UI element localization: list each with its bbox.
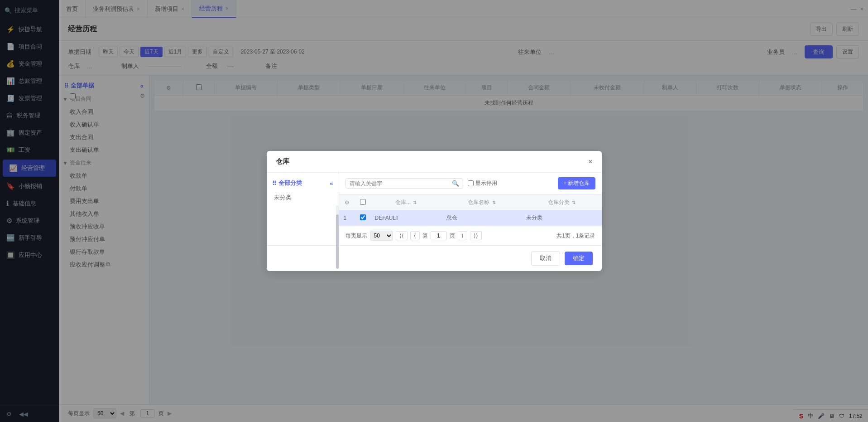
show-disabled-label: 显示停用 bbox=[468, 179, 497, 187]
row-category: 未分类 bbox=[522, 210, 601, 226]
confirm-button[interactable]: 确定 bbox=[565, 252, 593, 265]
modal-left-panel: ⠿ 全部分类 « 未分类 bbox=[267, 173, 339, 245]
modal-select-all[interactable] bbox=[360, 199, 366, 205]
modal-per-page-select[interactable]: 50 100 bbox=[370, 231, 393, 241]
modal-left-scrollbar-track[interactable] bbox=[336, 205, 339, 242]
modal-page-number-label: 算 bbox=[422, 232, 428, 240]
modal-pagination-summary: 共1页，1条记录 bbox=[556, 232, 595, 240]
modal-search-input[interactable] bbox=[350, 180, 452, 187]
modal-col-name[interactable]: 仓库名称 ⇅ bbox=[442, 195, 522, 210]
modal-right-panel: 🔍 显示停用 + 新增仓库 ⚙ bbox=[339, 173, 602, 245]
show-disabled-checkbox[interactable] bbox=[468, 180, 474, 186]
row-checkbox[interactable] bbox=[360, 214, 366, 220]
sort-category-icon: ⇅ bbox=[572, 200, 575, 205]
row-checkbox-cell bbox=[355, 210, 370, 226]
modal-footer: 取消 确定 bbox=[267, 245, 602, 271]
modal-prev-page-btn[interactable]: ⟨ bbox=[410, 231, 420, 240]
sort-name-icon: ⇅ bbox=[492, 200, 496, 205]
modal-table: ⚙ 仓库... ⇅ 仓库名称 ⇅ bbox=[339, 194, 602, 226]
warehouse-modal: 仓库 × ⠿ 全部分类 « 未分类 bbox=[267, 151, 602, 271]
show-disabled-text: 显示停用 bbox=[475, 179, 497, 187]
modal-overlay: 仓库 × ⠿ 全部分类 « 未分类 bbox=[0, 0, 868, 422]
row-name: 总仓 bbox=[442, 210, 522, 226]
modal-left-collapse-icon[interactable]: « bbox=[330, 180, 333, 187]
modal-header: 仓库 × bbox=[267, 151, 602, 173]
modal-first-page-btn[interactable]: ⟨⟨ bbox=[396, 231, 408, 240]
modal-page-input[interactable] bbox=[431, 231, 447, 240]
modal-category-label: 未分类 bbox=[274, 194, 292, 201]
modal-pagination: 每页显示 50 100 ⟨⟨ ⟨ 算 页 ⟩ ⟩⟩ 共1页，1条记录 bbox=[339, 226, 602, 245]
sort-code-icon: ⇅ bbox=[413, 200, 417, 205]
row-code: DEFAULT bbox=[370, 210, 442, 226]
modal-per-page-label: 每页显示 bbox=[345, 232, 367, 240]
modal-page-label: 页 bbox=[450, 232, 455, 240]
modal-col-checkbox bbox=[355, 195, 370, 210]
modal-search-wrap: 🔍 bbox=[345, 178, 463, 189]
modal-next-page-btn[interactable]: ⟩ bbox=[458, 231, 467, 240]
modal-col-code[interactable]: 仓库... ⇅ bbox=[370, 195, 442, 210]
modal-last-page-btn[interactable]: ⟩⟩ bbox=[470, 231, 482, 240]
row-index: 1 bbox=[339, 210, 355, 226]
modal-left-title: 全部分类 bbox=[278, 179, 302, 187]
modal-title: 仓库 bbox=[276, 157, 289, 166]
cancel-button[interactable]: 取消 bbox=[531, 251, 560, 266]
modal-col-category[interactable]: 仓库分类 ⇅ bbox=[522, 195, 601, 210]
modal-col-settings: ⚙ bbox=[339, 195, 355, 210]
search-icon: 🔍 bbox=[452, 180, 459, 187]
modal-table-wrap: ⚙ 仓库... ⇅ 仓库名称 ⇅ bbox=[339, 194, 602, 226]
add-warehouse-button[interactable]: + 新增仓库 bbox=[558, 177, 595, 189]
modal-table-header: ⚙ 仓库... ⇅ 仓库名称 ⇅ bbox=[339, 195, 602, 210]
table-row[interactable]: 1 DEFAULT 总仓 未分类 bbox=[339, 210, 602, 226]
modal-toolbar: 🔍 显示停用 + 新增仓库 bbox=[339, 173, 602, 194]
modal-left-grid-icon: ⠿ bbox=[272, 180, 277, 187]
modal-left-scrollbar-thumb[interactable] bbox=[336, 214, 339, 269]
modal-body: ⠿ 全部分类 « 未分类 bbox=[267, 173, 602, 245]
modal-category-unclassified[interactable]: 未分类 bbox=[267, 190, 339, 205]
modal-close-button[interactable]: × bbox=[588, 158, 592, 166]
modal-left-header: ⠿ 全部分类 « bbox=[267, 176, 339, 190]
